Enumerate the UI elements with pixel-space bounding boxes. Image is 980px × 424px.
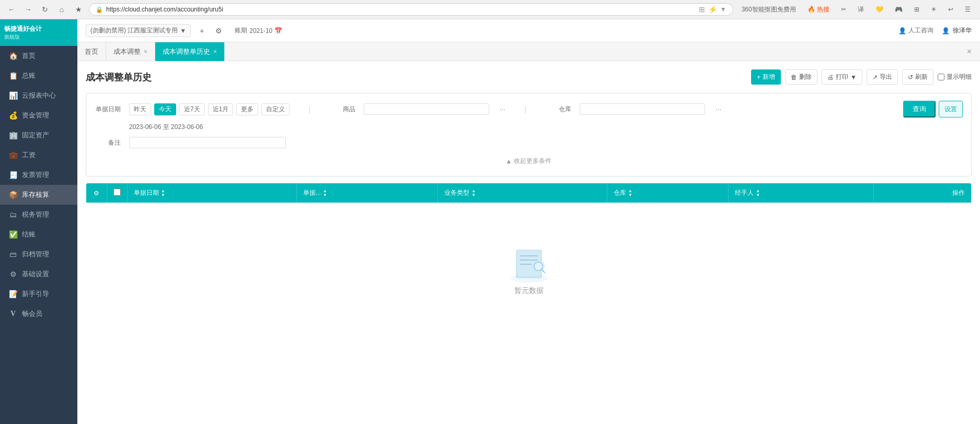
- tab-cost-adjust-close[interactable]: ×: [144, 48, 147, 55]
- support-button[interactable]: 👤 人工咨询: [898, 26, 933, 35]
- sidebar-item-vip[interactable]: V 畅会员: [0, 304, 77, 324]
- display-checkbox[interactable]: [938, 74, 944, 80]
- content-area: 成本调整单历史 + 新增 🗑 删除 🖨 打印 ▼: [77, 61, 980, 424]
- add-tab-button[interactable]: +: [196, 25, 207, 37]
- th-warehouse-label: 仓库: [614, 189, 626, 197]
- setting-query-button[interactable]: 设置: [939, 101, 963, 117]
- display-label: 显示明细: [947, 73, 972, 81]
- nav-logo: 畅捷通好会计 旗舰版: [0, 19, 77, 46]
- refresh-button[interactable]: ↺ 刷新: [902, 69, 933, 85]
- date-btn-yesterday[interactable]: 昨天: [129, 103, 151, 115]
- print-dropdown-icon: ▼: [850, 74, 857, 81]
- date-sort-icon: ▲▼: [161, 189, 165, 197]
- export-button[interactable]: ↗ 导出: [867, 69, 898, 85]
- assets-icon: 🏢: [8, 131, 18, 139]
- warehouse-input[interactable]: [580, 103, 705, 115]
- select-all-checkbox[interactable]: [113, 189, 121, 196]
- delete-button[interactable]: 🗑 删除: [785, 69, 817, 85]
- goods-filter-label: 商品: [329, 105, 355, 114]
- address-bar[interactable]: 🔒 https://cloud.chanjet.com/accounting/u…: [89, 3, 733, 16]
- sidebar-item-payroll[interactable]: 💼 工资: [0, 145, 77, 165]
- delete-icon: 🗑: [791, 74, 797, 81]
- sidebar-item-settings[interactable]: ⚙ 基础设置: [0, 264, 77, 284]
- company-name: (勿删勿禁用) 江西服宝测试专用: [90, 26, 178, 35]
- filter-section: 单据日期 昨天 今天 近7天 近1月 更多 自定义 | 商品 ··· | 仓库: [86, 93, 972, 176]
- refresh-browser-button[interactable]: ↻: [39, 3, 51, 16]
- top-header: (勿删勿禁用) 江西服宝测试专用 ▼ + ⚙ 账期 2021-10 📅 👤 人工…: [77, 19, 980, 42]
- date-buttons-group: 昨天 今天 近7天 近1月 更多 自定义: [129, 103, 290, 115]
- nav-sidebar: 畅捷通好会计 旗舰版 🏠 首页 📋 总账 📊 云报表中心 💰 资金管理 🏢 固定…: [0, 19, 77, 424]
- support-label: 人工咨询: [908, 26, 933, 35]
- note-input[interactable]: [129, 137, 286, 148]
- sidebar-item-invoice[interactable]: 🧾 发票管理: [0, 165, 77, 185]
- warehouse-more-icon[interactable]: ···: [716, 105, 722, 113]
- forward-button[interactable]: →: [22, 3, 34, 16]
- data-table: ⚙ 单据日期 ▲▼ 单据...: [86, 183, 972, 327]
- user-avatar-icon: 👤: [942, 27, 950, 34]
- tab-cost-adjust-history[interactable]: 成本调整单历史 ×: [155, 42, 225, 61]
- close-all-icon[interactable]: ×: [967, 47, 972, 56]
- sidebar-item-settlement[interactable]: ✅ 结账: [0, 225, 77, 244]
- sidebar-payroll-label: 工资: [22, 150, 36, 160]
- empty-text: 暂元数据: [514, 286, 544, 296]
- extensions-icon: ⚡: [708, 5, 717, 14]
- translate-button[interactable]: 译: [854, 4, 868, 16]
- collapse-bar[interactable]: ▲ 收起更多条件: [95, 154, 963, 169]
- print-button[interactable]: 🖨 打印 ▼: [822, 69, 862, 85]
- date-btn-7days[interactable]: 近7天: [179, 103, 205, 115]
- invoice-icon: 🧾: [8, 171, 18, 179]
- apps-button[interactable]: ⚙: [213, 25, 224, 37]
- query-button[interactable]: 查询: [903, 101, 936, 117]
- tab-cost-adjust-history-close[interactable]: ×: [213, 48, 217, 55]
- sidebar-item-funds[interactable]: 💰 资金管理: [0, 105, 77, 125]
- sidebar-item-assets[interactable]: 🏢 固定资产: [0, 125, 77, 145]
- page-title: 成本调整单历史: [86, 71, 152, 84]
- goods-input[interactable]: [364, 103, 489, 115]
- warehouse-filter-label: 仓库: [545, 105, 571, 114]
- sidebar-inventory-label: 库存核算: [22, 190, 49, 199]
- biz-type-sort-icon: ▲▼: [471, 189, 476, 197]
- cut-button[interactable]: ✂: [837, 4, 850, 15]
- grid-button[interactable]: ⊞: [910, 4, 924, 15]
- calendar-icon[interactable]: 📅: [274, 27, 282, 34]
- display-switch[interactable]: 显示明细: [938, 73, 972, 81]
- sidebar-item-ledger[interactable]: 📋 总账: [0, 66, 77, 86]
- date-btn-custom[interactable]: 自定义: [261, 103, 290, 115]
- th-date[interactable]: 单据日期 ▲▼: [128, 183, 297, 203]
- date-btn-1month[interactable]: 近1月: [208, 103, 234, 115]
- table-header: ⚙ 单据日期 ▲▼ 单据...: [86, 183, 972, 203]
- tab-bar-right: ×: [967, 47, 980, 56]
- back-button[interactable]: ←: [5, 3, 18, 16]
- hot-search-button[interactable]: 🔥 热搜: [803, 4, 834, 16]
- sidebar-item-guide[interactable]: 📝 新手引导: [0, 284, 77, 304]
- home-browser-button[interactable]: ⌂: [55, 3, 68, 16]
- goods-more-icon[interactable]: ···: [500, 105, 506, 113]
- sidebar-item-archive[interactable]: 🗃 归档管理: [0, 244, 77, 264]
- th-check: [107, 183, 128, 203]
- tab-cost-adjust[interactable]: 成本调整 ×: [106, 42, 155, 61]
- sidebar-item-reports[interactable]: 📊 云报表中心: [0, 86, 77, 105]
- new-button[interactable]: + 新增: [751, 69, 781, 85]
- sidebar-item-inventory[interactable]: 📦 库存核算: [0, 185, 77, 205]
- company-selector[interactable]: (勿删勿禁用) 江西服宝测试专用 ▼: [86, 24, 191, 37]
- tab-home[interactable]: 首页: [77, 42, 106, 61]
- sidebar-item-home[interactable]: 🏠 首页: [0, 46, 77, 66]
- th-handler[interactable]: 经手人 ▲▼: [729, 183, 874, 203]
- th-biz-type[interactable]: 业务类型 ▲▼: [438, 183, 607, 203]
- dropdown-icon[interactable]: ▼: [720, 6, 727, 13]
- sidebar-item-tax[interactable]: 🗂 税务管理: [0, 205, 77, 225]
- brightness-button[interactable]: ☀: [927, 4, 941, 15]
- date-btn-more[interactable]: 更多: [236, 103, 258, 115]
- wallet-button[interactable]: 💛: [871, 4, 887, 15]
- menu-button[interactable]: ☰: [961, 4, 975, 15]
- game-button[interactable]: 🎮: [891, 4, 907, 15]
- star-button[interactable]: ★: [72, 3, 85, 16]
- undo-button[interactable]: ↩: [944, 4, 958, 15]
- th-settings[interactable]: ⚙: [86, 183, 107, 203]
- user-info: 👤 徐泽华: [942, 26, 972, 35]
- th-warehouse[interactable]: 仓库 ▲▼: [607, 183, 728, 203]
- date-range-row: 2023-06-06 至 2023-06-06: [129, 123, 963, 132]
- th-number[interactable]: 单据... ▲▼: [296, 183, 437, 203]
- search-360-button[interactable]: 360智能抠图免费用: [737, 4, 800, 16]
- date-btn-today[interactable]: 今天: [154, 103, 176, 115]
